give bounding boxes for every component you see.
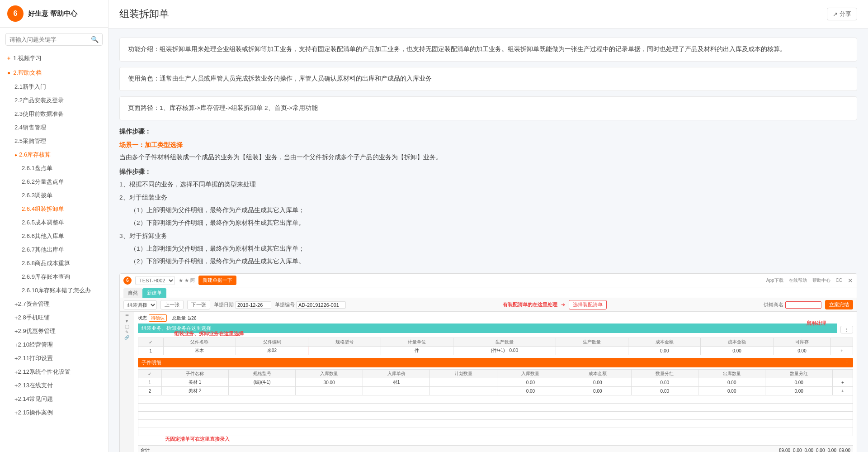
mock-td-cost2: 0.00 [701,347,773,355]
mock-lower-section-icon: ⋮ [844,360,849,366]
mock-lower-th-price: 入库单价 [363,370,429,378]
mock-nav-icon2[interactable]: ▼ [125,319,129,324]
mock-nav-icon5[interactable]: 🔗 [124,335,129,340]
sidebar-item-cost-adj[interactable]: 2.6.5成本调整单 [0,216,108,229]
plus-icon: + [14,301,18,308]
nav-sub-label: 2.7资金管理 [18,300,50,308]
plus-icon: + [14,382,18,389]
mock-app-link: App下载 [766,277,783,284]
sidebar-item-transfer[interactable]: 2.6.3调拨单 [0,189,108,202]
nav-sub-label: 2.6库存核算 [19,151,51,159]
mock-system-select[interactable]: TEST-H002 [135,276,175,285]
sidebar-item-assembly[interactable]: 2.6.4组装拆卸单 [0,202,108,216]
mock-docno-input[interactable] [296,301,346,309]
step3: 3、对于拆卸业务 [119,231,857,242]
sidebar-item-beginner[interactable]: 2.1新手入门 [0,80,108,94]
mock-lower-th-inqty: 入库数量 [296,370,363,378]
mock-date-input[interactable] [235,301,271,309]
mock-close-icon[interactable]: ✕ [848,277,853,284]
mock-lower-td-action2[interactable]: + [832,387,853,395]
mock-nav-icon1[interactable]: ☰ [125,314,129,318]
mock-th-prod-qty2: 生产数量 [556,338,628,347]
mock-lower-td-ratio2: 0.00 [631,387,698,395]
mock-td-parent-name: 米木 [163,347,236,355]
mock-doc-type-select[interactable]: 单据类型 组装调拨 [123,300,157,309]
sidebar-item-ledger-fix[interactable]: 2.6.10库存账本错了怎么办 [0,284,108,297]
mock-prev-btn[interactable]: 上一张 [160,300,184,309]
mock-annotation1: 有装配清单的在这里处理 [503,301,557,308]
sidebar-item-customize[interactable]: + 2.12系统个性化设置 [0,365,108,379]
sidebar-item-sales[interactable]: 2.4销售管理 [0,121,108,134]
mock-lower-td-outratio1: 0.00 [765,378,832,387]
sidebar-item-other-in[interactable]: 2.6.6其他入库单 [0,229,108,243]
mock-td-cost: 0.00 [628,347,701,355]
table-row: 1 米木 米02 件 (件/+1) 0.00 0.00 0.00 0.0 [138,347,853,355]
mock-titlebar: 6 TEST-H002 ★ ★ 阿 新建单据一下 App下载 在线帮助 帮助中心… [120,274,857,287]
mock-assembly-list-btn[interactable]: 选择装配清单 [569,300,607,309]
mock-lower-section-bar: 子件明细 ⋮ [138,358,853,367]
mock-th-parent-name: 父件名称 [163,338,236,347]
mock-new-btn[interactable]: 新建单据一下 [198,276,236,285]
sidebar-item-coupon[interactable]: + 2.9优惠券管理 [0,324,108,338]
mock-upper-action-btn[interactable]: ⋮ [840,326,853,333]
path-intro-box: 页面路径：1、库存核算->库存管理->组装拆卸单 2、首页->常用功能 [119,96,857,120]
sidebar-item-print[interactable]: + 2.11打印设置 [0,352,108,365]
sidebar-item-purchase[interactable]: 2.5采购管理 [0,134,108,148]
path-intro-text: 页面路径：1、库存核算->库存管理->组装拆卸单 2、首页->常用功能 [128,105,318,111]
mock-next-btn[interactable]: 下一张 [187,300,210,309]
sidebar-item-cases[interactable]: + 2.15操作案例 [0,406,108,419]
sidebar-item-ledger[interactable]: 2.6.9库存账本查询 [0,270,108,284]
sidebar-item-inventory[interactable]: ● 2.6库存核算 [0,148,108,162]
sidebar-item-payment[interactable]: + 2.13在线支付 [0,379,108,392]
mock-lower-td-plan2 [430,387,497,395]
mock-td-prod-qty2 [556,347,628,355]
role-intro-box: 使用角色：通常由生产人员或库管人员完成拆装业务的操作，库管人员确认原材料的出库和… [119,67,857,91]
sidebar-item-partial-stock[interactable]: 2.6.2分量盘点单 [0,175,108,189]
mock-tab-home[interactable]: 自然 [123,288,142,298]
sidebar-item-video[interactable]: + 1.视频学习 [0,51,108,66]
search-icon[interactable]: 🔍 [91,36,99,43]
mock-lower-td-price2 [363,387,429,395]
mock-lower-td-name1: 美材 1 [161,378,228,387]
mock-nav-icon3[interactable]: ◯ [125,324,129,329]
mock-nav-icon4[interactable]: ✎ [125,330,129,334]
table-row: 2 美材 2 0.00 0.00 0.00 0.00 [138,387,853,395]
mock-lower-td-actual1: 0.00 [497,378,564,387]
step3-1: （1）上部明细为父件明细，最终作为原材料生成其它出库单； [119,243,857,254]
mock-total1: 89.00 [779,448,790,452]
sidebar-item-install[interactable]: 2.2产品安装及登录 [0,94,108,107]
share-button[interactable]: ↗ 分享 [827,8,857,20]
mock-lower-td-action1[interactable]: + [832,378,853,387]
nav-sub-label: 2.12系统个性化设置 [18,368,71,376]
search-input[interactable] [9,36,91,43]
nav-sub-label: 2.11打印设置 [18,354,53,362]
mock-icons-row: ★ ★ 阿 [179,277,195,284]
sidebar: 6 好生意 帮助中心 🔍 + 1.视频学习 ● 2.帮助文档 2.1新手入门 2… [0,0,108,452]
mock-type-annotation: 组装业务、拆卸业务在这里选择 [174,330,244,337]
sidebar-item-faq[interactable]: + 2.14常见问题 [0,392,108,406]
sidebar-item-docs[interactable]: ● 2.帮助文档 [0,66,108,80]
sidebar-item-cost-recalc[interactable]: 2.6.8商品成本重算 [0,257,108,270]
sidebar-item-stocktake[interactable]: 2.6.1盘点单 [0,162,108,175]
search-box[interactable]: 🔍 [5,33,103,46]
nav-sub-label: 2.10经营管理 [18,341,53,349]
mock-th-prod-qty: 生产数量 [453,338,556,347]
mock-td-check[interactable]: 1 [138,347,164,355]
mock-confirm-btn[interactable]: 立案完结 [825,300,853,309]
mock-tab-new[interactable]: 新建单 [142,288,166,298]
sidebar-item-data-prep[interactable]: 2.3使用前数据准备 [0,107,108,121]
mock-td-action[interactable]: + [831,347,853,355]
mock-qty-value: 1/26 [188,316,196,321]
mock-lower-td-seq2: 2 [138,387,162,395]
sidebar-item-mobile[interactable]: + 2.8手机旺铺 [0,311,108,324]
ops-steps-heading: 操作步骤： [119,167,857,177]
mock-td-prod-qty: (件/+1) 0.00 [453,347,556,355]
sidebar-item-ops[interactable]: + 2.10经营管理 [0,338,108,352]
sidebar-item-other-out[interactable]: 2.6.7其他出库单 [0,243,108,257]
mock-customer-input[interactable] [785,301,821,309]
plus-icon: + [14,328,18,335]
sidebar-item-finance[interactable]: + 2.7资金管理 [0,297,108,311]
mock-lower-th-name: 子件名称 [161,370,228,378]
nav-sub-label: 2.6.10库存账本错了怎么办 [22,286,91,295]
mock-date-group: 单据日期 [214,301,271,309]
